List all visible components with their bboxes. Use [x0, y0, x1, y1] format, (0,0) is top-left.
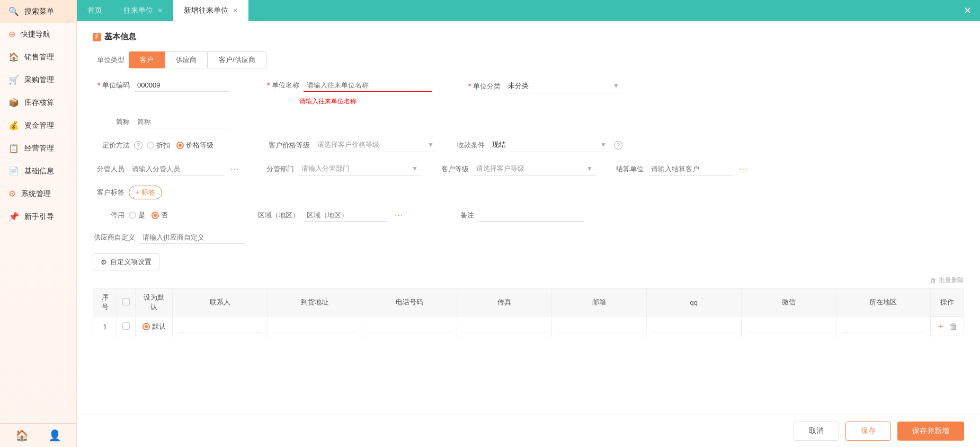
type-btn-supplier[interactable]: 供应商 [165, 51, 208, 68]
row-address-input[interactable] [273, 320, 357, 333]
remark-input[interactable] [478, 209, 584, 222]
disable-no-option[interactable]: 否 [152, 211, 168, 220]
row-email-input[interactable] [557, 320, 641, 333]
unit-code-input[interactable] [134, 79, 229, 92]
short-name-row: 简称 [93, 116, 964, 128]
tab-new-contact-close[interactable]: ✕ [233, 7, 238, 14]
supplier-custom-input[interactable] [139, 231, 245, 244]
row-qq[interactable] [646, 317, 741, 337]
region-more-btn[interactable]: ··· [395, 211, 403, 220]
close-all-tabs[interactable]: ✕ [955, 0, 980, 21]
row-contact[interactable] [173, 317, 268, 337]
disable-radio-group: 是 否 [129, 211, 168, 220]
save-button[interactable]: 保存 [845, 422, 891, 441]
row-fax-input[interactable] [462, 320, 546, 333]
payment-terms-help-icon[interactable]: ? [614, 141, 622, 150]
short-name-input[interactable] [134, 116, 229, 128]
row-region-input[interactable] [842, 320, 925, 333]
row-default-radio-option[interactable]: 默认 [141, 322, 167, 331]
row-wechat[interactable] [741, 317, 836, 337]
sidebar-item-label: 经营管理 [24, 144, 54, 153]
row-no: 1 [93, 317, 117, 337]
sidebar-item-label: 快捷导航 [21, 30, 50, 39]
pricing-discount-option[interactable]: 折扣 [147, 141, 170, 150]
department-select[interactable]: 请输入分管部门 ▼ [298, 162, 421, 176]
type-btn-customer[interactable]: 客户 [129, 51, 165, 68]
sidebar-item-operations[interactable]: 📋 经营管理 [0, 137, 76, 160]
pricing-help-icon[interactable]: ? [134, 141, 142, 150]
manager-more-btn[interactable]: ··· [230, 164, 239, 174]
system-icon: ⚙ [8, 189, 16, 199]
department-chevron: ▼ [412, 165, 418, 172]
unit-type-field: 单位类型 客户 供应商 客户/供应商 [93, 51, 266, 68]
remark-label: 备注 [458, 211, 474, 220]
row-default-label: 默认 [152, 322, 166, 331]
row-add-btn[interactable]: ＋ [937, 321, 945, 332]
col-checkbox [117, 288, 136, 317]
type-btn-both[interactable]: 客户/供应商 [208, 51, 266, 68]
row-wechat-input[interactable] [747, 320, 831, 333]
tab-new-contact-label: 新增往来单位 [184, 6, 228, 15]
payment-terms-select[interactable]: 现结 ▼ [489, 138, 610, 152]
guide-icon: 📌 [8, 212, 19, 222]
header-checkbox[interactable] [122, 298, 130, 305]
save-new-button[interactable]: 保存并新增 [897, 422, 964, 441]
disable-yes-option[interactable]: 是 [129, 211, 145, 220]
tab-contacts[interactable]: 往来单位 ✕ [113, 0, 173, 21]
unit-category-select[interactable]: 未分类 ▼ [505, 79, 622, 93]
purchase-icon: 🛒 [8, 75, 19, 85]
sidebar-item-system[interactable]: ⚙ 系统管理 [0, 182, 76, 205]
col-default: 设为默认 [136, 288, 173, 317]
disable-no-radio[interactable] [152, 212, 159, 219]
manager-field: 分管人员 ··· [93, 163, 246, 176]
tab-contacts-close[interactable]: ✕ [157, 7, 163, 14]
row-default-cell: 默认 [136, 317, 173, 337]
sidebar-item-finance[interactable]: 💰 资金管理 [0, 114, 76, 137]
pricing-level-radio[interactable] [176, 142, 184, 149]
supplier-custom-field: 供应商自定义 [93, 231, 278, 244]
settlement-input[interactable] [648, 163, 733, 176]
customer-level-select[interactable]: 请选择客户等级 ▼ [473, 162, 596, 176]
add-tag-btn[interactable]: + 标签 [129, 186, 162, 199]
sidebar-item-sales[interactable]: 🏠 销售管理 [0, 46, 76, 68]
pricing-level-option[interactable]: 价格等级 [176, 141, 213, 150]
region-input[interactable] [304, 209, 388, 222]
manager-input[interactable] [129, 163, 224, 176]
sidebar-item-search[interactable]: 🔍 搜索菜单 [0, 0, 76, 23]
sidebar-item-guide[interactable]: 📌 新手引导 [0, 205, 76, 228]
tab-new-contact[interactable]: 新增往来单位 ✕ [173, 0, 248, 21]
row-qq-input[interactable] [652, 320, 736, 333]
row-default-radio[interactable] [142, 323, 150, 330]
sidebar-user-icon[interactable]: 👤 [48, 429, 61, 442]
row-checkbox[interactable] [122, 322, 130, 330]
row-contact-input[interactable] [178, 320, 262, 333]
custom-settings-btn[interactable]: ⚙ 自定义项设置 [93, 253, 159, 270]
row-phone[interactable] [362, 317, 457, 337]
row-email[interactable] [551, 317, 646, 337]
unit-name-input[interactable] [304, 79, 432, 92]
cancel-button[interactable]: 取消 [794, 422, 839, 441]
sidebar-item-basic-info[interactable]: 📄 基础信息 [0, 160, 76, 182]
col-address: 到货地址 [268, 288, 362, 317]
disable-yes-radio[interactable] [129, 212, 136, 219]
batch-delete-btn[interactable]: 🗑 批量删除 [930, 276, 964, 285]
row-delete-btn[interactable]: 🗑 [949, 322, 958, 331]
row-checkbox-cell [117, 317, 136, 337]
row-phone-input[interactable] [368, 320, 451, 333]
sales-icon: 🏠 [8, 52, 19, 62]
sidebar-item-inventory[interactable]: 📦 库存核算 [0, 91, 76, 114]
row-region[interactable] [836, 317, 931, 337]
row-address[interactable] [268, 317, 362, 337]
sidebar-item-purchase[interactable]: 🛒 采购管理 [0, 68, 76, 91]
tab-home[interactable]: 首页 [77, 0, 113, 21]
settlement-more-btn[interactable]: ··· [739, 164, 747, 174]
sidebar-item-quicknav[interactable]: ⊕ 快捷导航 [0, 23, 76, 46]
payment-terms-field: 收款条件 现结 ▼ ? [453, 138, 622, 152]
basic-info-icon: 📄 [8, 166, 19, 176]
sidebar-home-icon[interactable]: 🏠 [15, 429, 29, 442]
col-region: 所在地区 [836, 288, 931, 317]
section-title: F 基本信息 [93, 32, 964, 42]
pricing-discount-radio[interactable] [147, 142, 154, 149]
row-fax[interactable] [457, 317, 552, 337]
customer-price-select[interactable]: 请选择客户价格等级 ▼ [314, 138, 437, 152]
